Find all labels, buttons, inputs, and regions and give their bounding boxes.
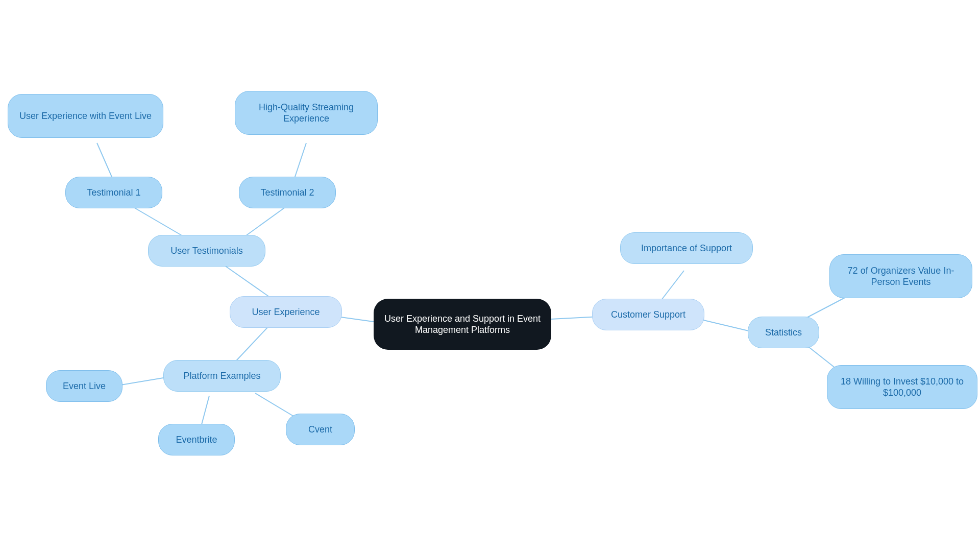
- edge: [699, 319, 753, 332]
- node-label: High-Quality Streaming Experience: [244, 102, 368, 125]
- root-label: User Experience and Support in Event Man…: [383, 313, 542, 336]
- node-label: Eventbrite: [176, 434, 217, 446]
- node-customer-support[interactable]: Customer Support: [592, 299, 704, 330]
- node-stat-18[interactable]: 18 Willing to Invest $10,000 to $100,000: [827, 365, 977, 409]
- node-testimonial-2[interactable]: Testimonial 2: [239, 177, 336, 208]
- node-event-live[interactable]: Event Live: [46, 370, 122, 402]
- mindmap-canvas: User Experience and Support in Event Man…: [0, 0, 980, 553]
- node-importance-support[interactable]: Importance of Support: [620, 232, 753, 264]
- node-stat-72[interactable]: 72 of Organizers Value In-Person Events: [829, 254, 972, 298]
- node-label: Testimonial 1: [87, 187, 140, 199]
- root-node[interactable]: User Experience and Support in Event Man…: [374, 299, 551, 350]
- node-eventbrite[interactable]: Eventbrite: [158, 424, 235, 455]
- node-label: 72 of Organizers Value In-Person Events: [839, 265, 963, 288]
- node-label: User Experience: [252, 306, 320, 318]
- node-ux-event-live[interactable]: User Experience with Event Live: [8, 94, 163, 138]
- node-label: 18 Willing to Invest $10,000 to $100,000: [837, 376, 968, 399]
- node-label: Customer Support: [611, 309, 685, 321]
- node-statistics[interactable]: Statistics: [748, 317, 819, 348]
- node-label: Event Live: [63, 380, 106, 392]
- edge: [293, 143, 306, 181]
- node-user-experience[interactable]: User Experience: [230, 296, 342, 328]
- node-label: Importance of Support: [641, 243, 732, 254]
- node-hq-streaming[interactable]: High-Quality Streaming Experience: [235, 91, 378, 135]
- node-platform-examples[interactable]: Platform Examples: [163, 360, 281, 392]
- node-testimonial-1[interactable]: Testimonial 1: [65, 177, 162, 208]
- node-user-testimonials[interactable]: User Testimonials: [148, 235, 265, 267]
- node-label: Statistics: [765, 327, 802, 339]
- node-label: User Testimonials: [170, 245, 243, 257]
- node-cvent[interactable]: Cvent: [286, 414, 355, 445]
- node-label: Testimonial 2: [260, 187, 314, 199]
- node-label: User Experience with Event Live: [19, 110, 152, 122]
- node-label: Cvent: [308, 424, 332, 436]
- node-label: Platform Examples: [183, 370, 260, 382]
- edge: [117, 378, 163, 386]
